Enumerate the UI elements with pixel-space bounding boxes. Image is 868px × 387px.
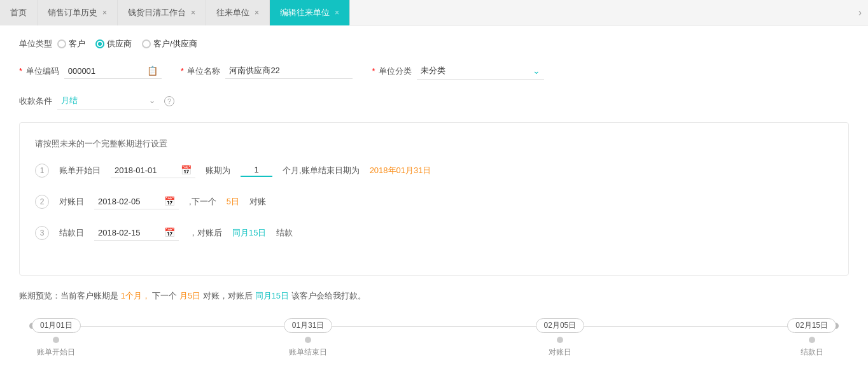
summary-reconcile-prefix: 下一个 bbox=[152, 291, 177, 300]
unit-code-label: * 单位编码 bbox=[19, 66, 59, 77]
radio-both-label: 客户/供应商 bbox=[153, 38, 197, 50]
tl-dot-1 bbox=[53, 337, 59, 343]
step-1-suffix: 个月,账单结束日期为 bbox=[283, 165, 360, 176]
timeline-container: 01月01日 账单开始日 01月31日 账单结束日 02月05日 对账日 02月… bbox=[19, 318, 849, 383]
step-3-prefix: ，对账后 bbox=[189, 227, 222, 239]
unit-name-group: * 单位名称 bbox=[181, 64, 353, 79]
radio-supplier-label: 供应商 bbox=[107, 38, 132, 50]
tab-cash-work-close[interactable]: × bbox=[191, 8, 195, 17]
tl-node-4: 02月15日 结款日 bbox=[787, 318, 836, 358]
period-panel: 请按照未来的一个完整帐期进行设置 1 账单开始日 📅 账期为 个月,账单结束日期… bbox=[19, 122, 849, 276]
step-3-row: 3 结款日 📅 ，对账后同月15日 结款 bbox=[35, 225, 833, 241]
step-2-suffix: 对账 bbox=[249, 196, 266, 208]
payment-row: 收款条件 月结 ⌄ ? bbox=[19, 92, 849, 109]
step-1-calendar-icon[interactable]: 📅 bbox=[181, 165, 192, 175]
radio-supplier[interactable]: 供应商 bbox=[95, 38, 132, 50]
unit-name-label: * 单位名称 bbox=[181, 66, 221, 77]
tl-badge-1: 01月01日 bbox=[32, 318, 81, 333]
tl-badge-4: 02月15日 bbox=[787, 318, 836, 333]
step-1-label: 账单开始日 bbox=[59, 165, 101, 176]
payment-condition-value: 月结 bbox=[61, 95, 144, 106]
tab-sales-history[interactable]: 销售订单历史 × bbox=[38, 0, 118, 25]
step-3-calendar-icon[interactable]: 📅 bbox=[164, 227, 175, 237]
unit-category-select[interactable]: 未分类 ⌄ bbox=[417, 62, 544, 80]
tl-badge-3: 02月05日 bbox=[536, 318, 585, 333]
tab-partner[interactable]: 往来单位 × bbox=[206, 0, 270, 25]
tab-sales-history-label: 销售订单历史 bbox=[48, 7, 97, 18]
tl-node-3: 02月05日 对账日 bbox=[536, 318, 585, 358]
help-icon[interactable]: ? bbox=[164, 96, 174, 106]
step-3-suffix: 结款 bbox=[276, 227, 293, 239]
unit-type-group: 单位类型 客户 供应商 客户/供应商 bbox=[19, 38, 197, 50]
step-3-date-input[interactable] bbox=[98, 228, 162, 237]
step-2-row: 2 对账日 📅 ,下一个5日 对账 bbox=[35, 194, 833, 209]
step-1-end-date: 2018年01月31日 bbox=[370, 165, 431, 176]
summary-pay-day: 同月15日 bbox=[255, 291, 289, 300]
tab-sales-history-close[interactable]: × bbox=[102, 8, 107, 17]
tl-sub-3: 对账日 bbox=[549, 347, 571, 358]
payment-condition-arrow-icon: ⌄ bbox=[149, 96, 155, 105]
step-2-calendar-icon[interactable]: 📅 bbox=[164, 196, 175, 206]
unit-code-star: * bbox=[19, 66, 22, 76]
step-3-label: 结款日 bbox=[59, 227, 84, 239]
tab-edit-partner[interactable]: 编辑往来单位 × bbox=[270, 0, 350, 25]
tab-cash-work-label: 钱货日清工作台 bbox=[128, 7, 186, 18]
panel-description: 请按照未来的一个完整帐期进行设置 bbox=[35, 138, 833, 150]
radio-supplier-circle bbox=[95, 39, 104, 48]
summary-prefix: 账期预览：当前客户账期是 bbox=[19, 291, 118, 300]
unit-name-input[interactable] bbox=[225, 64, 353, 79]
main-content: 单位类型 客户 供应商 客户/供应商 * 单位编码 bbox=[0, 25, 868, 387]
tl-dot-4 bbox=[809, 337, 815, 343]
tl-sub-4: 结款日 bbox=[801, 347, 823, 358]
tl-node-1: 01月01日 账单开始日 bbox=[32, 318, 81, 358]
step-2-number: 2 bbox=[35, 195, 49, 209]
step-1-row: 1 账单开始日 📅 账期为 个月,账单结束日期为 2018年01月31日 bbox=[35, 162, 833, 178]
step-2-date-input[interactable] bbox=[98, 197, 162, 206]
step-1-month-input[interactable] bbox=[241, 164, 272, 177]
unit-code-copy-icon[interactable]: 📋 bbox=[147, 66, 158, 76]
tab-more-arrow[interactable]: › bbox=[852, 7, 868, 18]
tab-edit-partner-label: 编辑往来单位 bbox=[280, 7, 330, 18]
summary-reconcile-suffix: 对账，对账后 bbox=[203, 291, 253, 300]
unit-category-arrow-icon: ⌄ bbox=[533, 66, 540, 76]
summary-text: 账期预览：当前客户账期是 1个月， 下一个 月5日 对账，对账后 同月15日 该… bbox=[19, 288, 849, 303]
summary-month: 1个月， bbox=[121, 291, 150, 300]
step-1-date-wrapper: 📅 bbox=[111, 162, 195, 178]
tabs-bar: 首页 销售订单历史 × 钱货日清工作台 × 往来单位 × 编辑往来单位 × › bbox=[0, 0, 868, 25]
unit-code-input-wrapper: 📋 bbox=[64, 63, 162, 79]
tab-home-label: 首页 bbox=[10, 7, 27, 18]
unit-category-value: 未分类 bbox=[421, 65, 528, 76]
tl-dot-3 bbox=[557, 337, 563, 343]
step-1-date-input[interactable] bbox=[115, 165, 178, 175]
unit-type-row: 单位类型 客户 供应商 客户/供应商 bbox=[19, 38, 849, 50]
payment-condition-select[interactable]: 月结 ⌄ bbox=[57, 92, 159, 109]
unit-category-group: * 单位分类 未分类 ⌄ bbox=[372, 62, 544, 80]
payment-condition-label: 收款条件 bbox=[19, 95, 52, 107]
step-2-date-wrapper: 📅 bbox=[94, 194, 179, 209]
tl-badge-2: 01月31日 bbox=[284, 318, 333, 333]
step-3-highlight: 同月15日 bbox=[232, 227, 266, 239]
unit-type-radio-group: 客户 供应商 客户/供应商 bbox=[57, 38, 197, 50]
unit-name-star: * bbox=[181, 66, 184, 76]
unit-code-input[interactable] bbox=[68, 66, 144, 76]
radio-both-circle bbox=[142, 39, 151, 48]
step-3-date-wrapper: 📅 bbox=[94, 225, 179, 241]
radio-customer[interactable]: 客户 bbox=[57, 38, 85, 50]
radio-both[interactable]: 客户/供应商 bbox=[142, 38, 197, 50]
step-2-prefix: ,下一个 bbox=[189, 196, 216, 208]
tab-edit-partner-close[interactable]: × bbox=[335, 8, 339, 17]
tl-node-2: 01月31日 账单结束日 bbox=[284, 318, 333, 358]
unit-code-group: * 单位编码 📋 bbox=[19, 63, 162, 79]
tab-partner-close[interactable]: × bbox=[255, 8, 259, 17]
step-2-label: 对账日 bbox=[59, 196, 84, 208]
step-2-highlight: 5日 bbox=[227, 196, 239, 208]
timeline-nodes: 01月01日 账单开始日 01月31日 账单结束日 02月05日 对账日 02月… bbox=[32, 318, 836, 358]
step-3-number: 3 bbox=[35, 226, 49, 240]
tab-partner-label: 往来单位 bbox=[216, 7, 249, 18]
tab-home[interactable]: 首页 bbox=[0, 0, 38, 25]
unit-category-star: * bbox=[372, 66, 375, 76]
tl-sub-1: 账单开始日 bbox=[37, 347, 75, 358]
tl-dot-2 bbox=[305, 337, 311, 343]
tab-cash-work[interactable]: 钱货日清工作台 × bbox=[118, 0, 206, 25]
radio-customer-circle bbox=[57, 39, 66, 48]
